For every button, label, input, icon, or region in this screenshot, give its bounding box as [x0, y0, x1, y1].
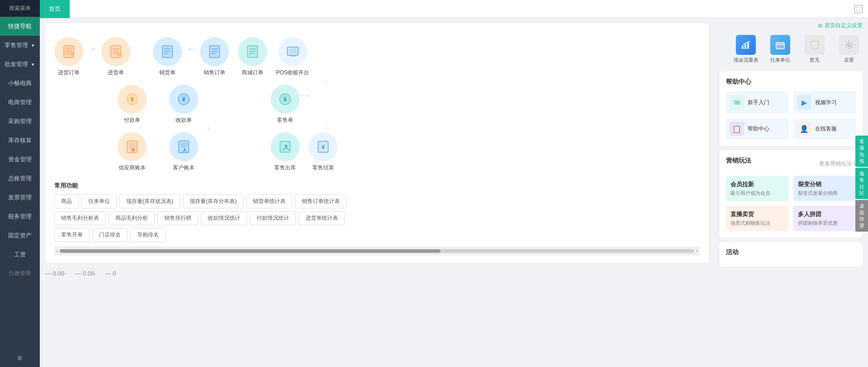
sidebar-item-ecom[interactable]: 电商管理 [0, 93, 40, 112]
beginner-label: 新手入门 [748, 99, 769, 106]
qi-settings-label: 设置 [844, 57, 854, 63]
scroll-track[interactable] [60, 249, 694, 253]
customize-settings[interactable]: ⚙ 首页自定义设置 [720, 22, 863, 29]
activity-card: 活动 [720, 242, 863, 266]
cf-btn-stock-dist[interactable]: 现存量(库存分布表) [183, 194, 243, 208]
marketing-more-link[interactable]: 更多营销玩法 > [819, 160, 856, 168]
scroll-left-arrow[interactable]: ‹ [56, 248, 58, 254]
cf-btn-goods[interactable]: 商品 [54, 194, 79, 208]
mkt-member-title: 会员拉新 [730, 180, 784, 188]
cf-btn-payment-stat[interactable]: 付款情况统计 [250, 211, 296, 225]
help-item-helpcenter[interactable]: 📋 帮助中心 [726, 118, 789, 140]
svg-rect-22 [248, 46, 258, 58]
node-pos[interactable]: POS收银开台 [276, 37, 309, 77]
help-grid: ✉ 新手入门 ▶ 视频学习 📋 帮助中心 👤 在线客服 [726, 92, 856, 140]
gear-icon: ⚙ [818, 23, 823, 29]
cf-buttons: 商品 往来单位 现存量(库存状况表) 现存量(库存分布表) 销货单统计表 销售订… [54, 194, 700, 208]
tab-home[interactable]: 首页 [40, 0, 70, 18]
cf-btn-sales-stat[interactable]: 销货单统计表 [246, 194, 292, 208]
arrow-1: → [83, 44, 101, 54]
customize-label[interactable]: 首页自定义设置 [825, 22, 863, 29]
content-area: 进货订单 → [40, 18, 868, 367]
svg-rect-52 [280, 141, 290, 152]
svg-rect-0 [64, 46, 74, 58]
node-purchase-order[interactable]: 进货订单 [54, 37, 83, 77]
cf-btn-purchase-stat[interactable]: 进货单统计表 [299, 211, 345, 225]
svg-rect-60 [747, 43, 749, 49]
node-retail-settlement[interactable]: ¥ 零售结算 [309, 132, 338, 172]
sidebar-item-ledger[interactable]: 总账管理 [0, 169, 40, 188]
cf-btn-goods-profit[interactable]: 商品毛利分析 [109, 211, 155, 225]
node-sales-order[interactable]: 销售订单 [200, 37, 229, 77]
node-customer-account[interactable]: 客户账本 [169, 132, 198, 172]
cf-btn-sales-rank[interactable]: 销售排行榜 [157, 211, 198, 225]
sidebar-settings[interactable]: ⚙ [0, 349, 40, 367]
cf-btn-sales-profit[interactable]: 销售毛利分析表 [54, 211, 106, 225]
float-btn-service[interactable]: 客服热线 [855, 135, 868, 167]
sidebar-search[interactable]: 搜索菜单 [0, 0, 40, 17]
mkt-item-group[interactable]: 多人拼团 拼团购物享受优惠 [793, 206, 856, 231]
svg-rect-61 [776, 43, 784, 49]
sidebar-item-quick-nav[interactable]: 快捷导航 [0, 17, 40, 36]
node-supplier-account[interactable]: 供应商账本 [118, 132, 147, 172]
horizontal-scrollbar[interactable]: ‹ › [54, 246, 700, 256]
help-item-video[interactable]: ▶ 视频学习 [793, 92, 856, 113]
fullscreen-icon[interactable]: ⛶ [854, 5, 863, 13]
sidebar-item-wholesale[interactable]: 批发管理 ▼ [0, 55, 40, 74]
node-purchase-bill[interactable]: ¥ 进货单 [101, 37, 130, 77]
cf-btn-partners[interactable]: 往来单位 [81, 194, 117, 208]
mkt-item-fission[interactable]: 裂变分销 裂变式发展分销商 [793, 176, 856, 201]
qi-cashflow[interactable]: 现金流量表 [732, 35, 759, 63]
marketing-header: 营销玩法 更多营销玩法 > [726, 157, 856, 170]
node-mall-order[interactable]: 商城订单 [238, 37, 267, 77]
arrow-2: ← [182, 44, 200, 54]
svg-rect-12 [162, 46, 172, 58]
marketing-grid: 会员拉新 吸引用户成为会员 裂变分销 裂变式发展分销商 直播卖货 场景式购物新玩… [726, 176, 856, 231]
cf-btn-sales-order-stat[interactable]: 销售订单统计表 [295, 194, 347, 208]
scroll-thumb[interactable] [60, 249, 440, 253]
sidebar-item-invoice[interactable]: 发票管理 [0, 188, 40, 207]
sidebar-item-fixed-assets[interactable]: 固定资产 [0, 226, 40, 245]
float-btn-community[interactable]: 服务社区 [855, 168, 868, 199]
sidebar-item-payroll[interactable]: 工资 [0, 245, 40, 264]
mkt-item-member[interactable]: 会员拉新 吸引用户成为会员 [726, 176, 789, 201]
node-retail-order[interactable]: ¥ 零售单 [271, 85, 300, 124]
float-btn-desktop[interactable]: 桌面快捷 [855, 200, 868, 232]
svg-text:¥: ¥ [118, 53, 119, 56]
common-functions: 常用功能 商品 往来单位 现存量(库存状况表) 现存量(库存分布表) 销货单统计… [54, 182, 700, 242]
right-panel: ⚙ 首页自定义设置 现金流量表 [714, 18, 868, 367]
node-receipt[interactable]: ¥ 收款单 [169, 85, 198, 124]
sidebar-item-retail[interactable]: 零售管理 ▼ [0, 36, 40, 55]
cf-btn-guide-rank[interactable]: 导购排名 [130, 228, 166, 242]
svg-text:¥: ¥ [130, 96, 134, 103]
help-item-online[interactable]: 👤 在线客服 [793, 118, 856, 140]
sidebar-item-ecom-small[interactable]: 小畅电商 [0, 74, 40, 93]
scroll-right-arrow[interactable]: › [696, 248, 698, 254]
node-sales-bill[interactable]: 销货单 [153, 37, 182, 77]
sidebar-item-purchase[interactable]: 采购管理 [0, 112, 40, 131]
svg-point-46 [132, 149, 134, 150]
node-retail-outbound[interactable]: 零售出库 [271, 132, 300, 172]
qi-none-icon [805, 35, 825, 55]
cf-btn-receipt-stat[interactable]: 收款情况统计 [201, 211, 247, 225]
svg-rect-17 [210, 46, 219, 58]
activity-title: 活动 [726, 248, 856, 256]
sidebar-item-admin[interactable]: 行政管理 [0, 264, 40, 283]
cf-btn-stock-status[interactable]: 现存量(库存状况表) [119, 194, 180, 208]
qi-none[interactable]: 暂无 [801, 35, 828, 63]
node-payment[interactable]: ¥ 付款单 [118, 85, 147, 124]
sidebar-item-tax[interactable]: 税务管理 [0, 207, 40, 226]
cf-btn-retail-order[interactable]: 零售开单 [54, 228, 90, 242]
qi-settings-icon [839, 35, 859, 55]
cf-btn-store-rank[interactable]: 门店排名 [92, 228, 128, 242]
qi-settings[interactable]: 设置 [835, 35, 863, 63]
svg-rect-58 [742, 46, 744, 49]
summary-bar: — 0.00- — 0.00- — 0 [45, 268, 709, 279]
video-label: 视频学习 [815, 99, 837, 106]
sidebar-item-inventory[interactable]: 库存核算 [0, 131, 40, 150]
help-center-card: 帮助中心 ✉ 新手入门 ▶ 视频学习 📋 帮助中心 👤 [720, 72, 863, 146]
mkt-item-live[interactable]: 直播卖货 场景式购物新玩法 [726, 206, 789, 231]
qi-partners[interactable]: 往来单位 [767, 35, 794, 63]
help-item-beginner[interactable]: ✉ 新手入门 [726, 92, 789, 113]
sidebar-item-finance[interactable]: 资金管理 [0, 150, 40, 169]
